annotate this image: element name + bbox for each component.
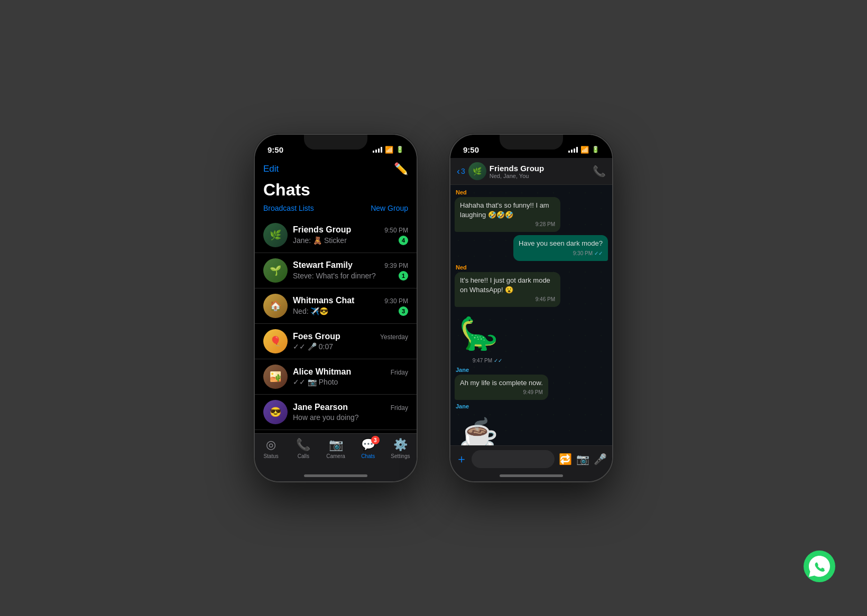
attach-button[interactable]: ＋	[456, 451, 467, 467]
edit-button[interactable]: Edit	[263, 164, 279, 174]
battery-icon-2: 🔋	[592, 146, 599, 153]
chat-preview-row-foes-group: ✓✓ 🎤 0:07	[293, 342, 408, 351]
chat-input-bar: ＋ 🔁 📷 🎤	[450, 445, 612, 472]
chat-preview-row-whitmans-chat: Ned: ✈️😎 3	[293, 306, 408, 316]
sticker-dinosaur: 🦕	[455, 310, 502, 358]
chat-badge-whitmans-chat: 3	[399, 306, 408, 316]
chat-info-stewart-family: Stewart Family 9:39 PM Steve: What's for…	[293, 260, 408, 281]
home-indicator-area-2	[450, 472, 612, 481]
msg-text-1: Hahaha that's so funny!! I am laughing 🤣…	[460, 201, 549, 219]
wifi-icon-2: 📶	[580, 146, 589, 154]
chat-preview-row-stewart-family: Steve: What's for dinner? 1	[293, 271, 408, 281]
message-group-6: Jane ☕ 9:50 PM	[455, 403, 608, 445]
group-avatar: 🌿	[468, 162, 486, 180]
tab-status[interactable]: ◎ Status	[255, 438, 287, 459]
sticker-button[interactable]: 🔁	[559, 453, 572, 465]
sender-jane-2: Jane	[455, 403, 608, 409]
power-button	[417, 219, 418, 267]
chat-time-foes-group: Yesterday	[380, 333, 408, 341]
tab-camera[interactable]: 📷 Camera	[319, 438, 352, 459]
chat-name-foes-group: Foes Group	[293, 332, 340, 341]
message-input[interactable]	[472, 450, 555, 468]
phone-chats: 9:50 📶 🔋 Edit ✏️ C	[254, 134, 418, 482]
tab-badge-wrap-camera: 📷	[329, 438, 343, 452]
sender-ned-2: Ned	[455, 264, 608, 270]
msg-time-row-3: 9:46 PM	[460, 296, 555, 303]
message-group-5: Jane Ah my life is complete now. 9:49 PM	[455, 367, 608, 400]
chats-links: Broadcast Lists New Group	[255, 204, 417, 218]
chat-name-row-whitmans-chat: Whitmans Chat 9:30 PM	[293, 296, 408, 305]
bubble-incoming-1: Hahaha that's so funny!! I am laughing 🤣…	[455, 197, 560, 232]
compose-icon[interactable]: ✏️	[394, 162, 408, 176]
battery-icon: 🔋	[396, 146, 404, 153]
tab-calls[interactable]: 📞 Calls	[287, 438, 319, 459]
power-button-2	[612, 219, 613, 267]
chat-preview-row-friends-group: Jane: 🧸 Sticker 4	[293, 236, 408, 245]
tab-icon-camera: 📷	[329, 438, 343, 451]
chat-item-alice-whitman[interactable]: 🏜️ Alice Whitman Friday ✓✓ 📷 Photo	[255, 359, 417, 395]
sender-jane-1: Jane	[455, 367, 608, 373]
status-bar-1: 9:50 📶 🔋	[255, 135, 417, 158]
sender-ned-1: Ned	[455, 189, 608, 195]
chat-item-foes-group[interactable]: 🎈 Foes Group Yesterday ✓✓ 🎤 0:07	[255, 324, 417, 359]
sticker-tick-4: ✓✓	[494, 358, 502, 363]
tab-icon-calls: 📞	[296, 438, 310, 451]
status-time-1: 9:50	[268, 145, 283, 154]
tab-badge-wrap-status: ◎	[266, 438, 276, 452]
sticker-time-4: 9:47 PM	[473, 358, 492, 363]
chats-list: 🌿 Friends Group 9:50 PM Jane: 🧸 Sticker …	[255, 218, 417, 433]
chat-preview-whitmans-chat: Ned: ✈️😎	[293, 307, 395, 315]
bubble-incoming-3: It's here!! I just got dark mode on What…	[455, 272, 560, 307]
tab-badge-wrap-calls: 📞	[296, 438, 310, 452]
status-icons-2: 📶 🔋	[568, 146, 599, 154]
call-button[interactable]: 📞	[593, 165, 606, 178]
tab-chats[interactable]: 💬 3 Chats	[352, 438, 384, 459]
chat-preview-foes-group: ✓✓ 🎤 0:07	[293, 342, 408, 351]
back-button[interactable]: ‹ 3	[457, 166, 465, 177]
chat-preview-alice-whitman: ✓✓ 📷 Photo	[293, 378, 408, 386]
msg-text-3: It's here!! I just got dark mode on What…	[460, 276, 550, 294]
camera-button[interactable]: 📷	[576, 453, 589, 465]
chat-info-friends-group: Friends Group 9:50 PM Jane: 🧸 Sticker 4	[293, 225, 408, 245]
chat-info-foes-group: Foes Group Yesterday ✓✓ 🎤 0:07	[293, 332, 408, 351]
message-group-1: Ned Hahaha that's so funny!! I am laughi…	[455, 189, 608, 232]
tab-bar: ◎ Status 📞 Calls 📷 Camera 💬 3 Chats ⚙️ S…	[255, 433, 417, 472]
tab-label-chats: Chats	[361, 453, 375, 459]
tab-settings[interactable]: ⚙️ Settings	[384, 438, 417, 459]
chat-item-friends-group[interactable]: 🌿 Friends Group 9:50 PM Jane: 🧸 Sticker …	[255, 218, 417, 253]
chat-nav-info[interactable]: Friends Group Ned, Jane, You	[490, 164, 589, 179]
tab-badge-wrap-settings: ⚙️	[393, 438, 408, 452]
group-members: Ned, Jane, You	[490, 173, 589, 179]
status-icons-1: 📶 🔋	[373, 146, 404, 154]
new-group-link[interactable]: New Group	[371, 204, 408, 212]
msg-time-5: 9:49 PM	[523, 389, 543, 396]
mic-button[interactable]: 🎤	[594, 453, 607, 465]
chat-name-row-foes-group: Foes Group Yesterday	[293, 332, 408, 341]
avatar-foes-group: 🎈	[263, 329, 288, 353]
chat-name-stewart-family: Stewart Family	[293, 260, 353, 270]
tab-badge-chats: 3	[371, 436, 380, 444]
home-indicator-2	[500, 474, 563, 477]
msg-time-row-2: 9:30 PM ✓✓	[519, 250, 603, 257]
msg-time-row-1: 9:28 PM	[460, 221, 555, 228]
chat-info-alice-whitman: Alice Whitman Friday ✓✓ 📷 Photo	[293, 367, 408, 386]
broadcast-lists-link[interactable]: Broadcast Lists	[263, 204, 314, 212]
chat-detail-screen: 9:50 📶 🔋 ‹ 3 🌿	[450, 135, 612, 481]
msg-text-5: Ah my life is complete now.	[460, 379, 543, 387]
home-indicator-area	[255, 472, 417, 481]
back-count: 3	[461, 167, 465, 175]
chats-title: Chats	[255, 178, 417, 204]
chat-preview-stewart-family: Steve: What's for dinner?	[293, 272, 395, 280]
chat-name-row-stewart-family: Stewart Family 9:39 PM	[293, 260, 408, 270]
chat-name-row-alice-whitman: Alice Whitman Friday	[293, 367, 408, 377]
chat-item-jane-pearson[interactable]: 😎 Jane Pearson Friday How are you doing?	[255, 395, 417, 430]
whatsapp-logo	[804, 550, 835, 584]
msg-text-2: Have you seen dark mode?	[519, 239, 603, 247]
chevron-left-icon: ‹	[457, 166, 460, 177]
chat-time-friends-group: 9:50 PM	[384, 227, 408, 234]
chat-time-stewart-family: 9:39 PM	[384, 262, 408, 269]
avatar-stewart-family: 🌱	[263, 258, 288, 283]
chat-item-stewart-family[interactable]: 🌱 Stewart Family 9:39 PM Steve: What's f…	[255, 253, 417, 288]
chat-item-whitmans-chat[interactable]: 🏠 Whitmans Chat 9:30 PM Ned: ✈️😎 3	[255, 288, 417, 324]
tab-label-settings: Settings	[391, 453, 410, 459]
